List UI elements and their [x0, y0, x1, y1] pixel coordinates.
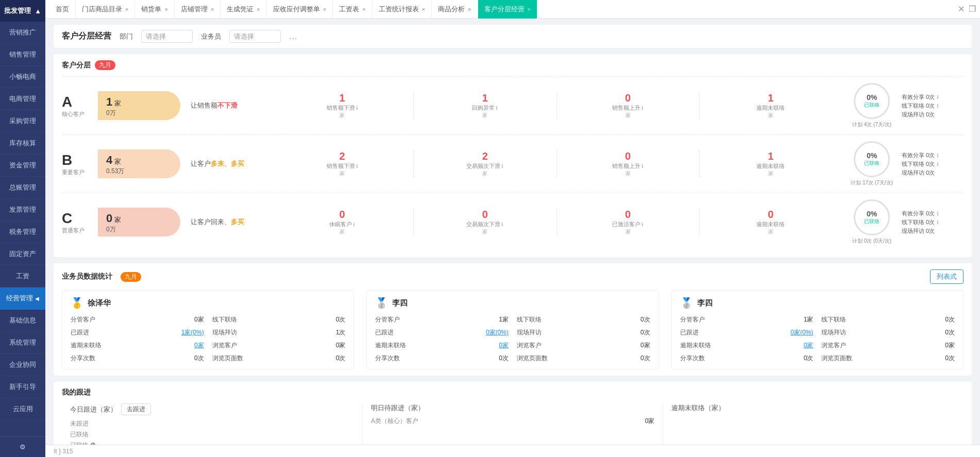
sidebar-item-inventory[interactable]: 库存核算 — [0, 132, 45, 155]
tab-store-catalog[interactable]: 门店商品目录 × — [76, 0, 135, 19]
sidebar-item-marketing[interactable]: 营销推广 — [0, 22, 45, 44]
tier-a-stat-1[interactable]: 1 回购异常ℹ 家 — [414, 92, 556, 119]
sidebar-item-ecommerce-small[interactable]: 小畅电商 — [0, 66, 45, 88]
customer-tier-month: 九月 — [95, 60, 115, 70]
biz-row-1-1: 线下联络 0次 — [517, 315, 650, 324]
follow-today-header: 今日跟进（家） 去跟进 — [70, 403, 354, 415]
medal-icon-1: 🥈 — [375, 297, 388, 309]
close-window-icon[interactable]: ✕ — [958, 4, 965, 14]
sidebar-item-ecommerce[interactable]: 电商管理 — [0, 88, 45, 110]
tab-customer-tier[interactable]: 客户分层经营 × — [478, 0, 537, 19]
biz-row-0-2: 已跟进 1家(0%) — [71, 328, 204, 337]
customer-tier-header: 客户分层 九月 — [62, 60, 964, 70]
biz-row-1-7: 浏览页面数 0次 — [517, 354, 650, 363]
biz-row-0-6: 分享次数 0次 — [71, 354, 204, 363]
list-view-button[interactable]: 列表式 — [930, 269, 964, 284]
tier-row-a: A 核心客户 1 家 0万 让销售额不下滑 1 — [62, 76, 964, 134]
tab-close-icon[interactable]: × — [468, 6, 471, 12]
follow-today-row-0: 未跟进 — [70, 419, 354, 428]
tier-c-stat-0[interactable]: 0 休眠客户ℹ 家 — [271, 209, 414, 235]
tier-c-stat-1[interactable]: 0 交易频次下滑ℹ 家 — [414, 209, 556, 235]
sidebar-item-finance[interactable]: 资金管理 — [0, 155, 45, 177]
tier-b-circle: 0% 已联络 计划 17次 (7天/次) — [846, 141, 898, 187]
sidebar-item-salary[interactable]: 工资 — [0, 265, 45, 287]
tier-a-stat-3[interactable]: 1 逾期未联络 家 — [700, 92, 842, 119]
tier-b-stat-0[interactable]: 2 销售额下滑ℹ 家 — [271, 150, 414, 177]
medal-icon-0: 🥇 — [71, 297, 83, 309]
biz-row-2-3: 现场拜访 0次 — [821, 328, 955, 337]
page-header: 客户分层经营 部门 请选择 业务员 请选择 ... — [54, 25, 972, 48]
tier-b-desc: 让客户多来、多买 — [191, 159, 263, 168]
sidebar-collapse-icon[interactable]: ▲ — [35, 7, 41, 15]
tier-a-stat-0[interactable]: 1 销售额下滑ℹ 家 — [271, 92, 414, 119]
tier-a-circle: 0% 已联络 计划 4次 (7天/次) — [846, 83, 898, 128]
tier-b-stats: 2 销售额下滑ℹ 家 2 交易频次下滑ℹ 家 0 销售额上升ℹ 家 — [271, 150, 842, 177]
tab-store-mgmt[interactable]: 店铺管理 × — [175, 0, 221, 19]
biz-card-1: 🥈 李四 分管客户 1家 线下联络 0次 已跟进 — [366, 290, 658, 369]
customer-tier-title: 客户分层 — [62, 61, 91, 70]
tab-product-analysis[interactable]: 商品分析 × — [432, 0, 478, 19]
tier-b-stat-1[interactable]: 2 交易频次下滑ℹ 家 — [414, 150, 556, 177]
biz-grid-1: 分管客户 1家 线下联络 0次 已跟进 0家(0%) 现场拜访 — [375, 315, 650, 363]
sidebar-item-purchase[interactable]: 采购管理 — [0, 110, 45, 132]
biz-row-2-6: 分享次数 0次 — [680, 354, 814, 363]
tier-b-stat-2[interactable]: 0 销售额上升ℹ 家 — [557, 150, 700, 177]
status-text: It } 315 — [54, 448, 73, 455]
tab-close-icon[interactable]: × — [164, 6, 167, 12]
tab-payroll[interactable]: 工资表 × — [333, 0, 372, 19]
tab-close-icon[interactable]: × — [422, 6, 425, 12]
sidebar-item-cloud[interactable]: 云应用 — [0, 398, 45, 420]
restore-window-icon[interactable]: ❐ — [969, 4, 976, 14]
sidebar-item-guide[interactable]: 新手引导 — [0, 376, 45, 398]
biz-card-0: 🥇 徐泽华 分管客户 0家 线下联络 0次 已跟进 — [62, 290, 354, 369]
sidebar-item-management[interactable]: 经营管理 ◀ — [0, 287, 45, 310]
tab-payroll-report[interactable]: 工资统计报表 × — [373, 0, 432, 19]
tier-c-circle: 0% 已联络 计划 0次 (0天/次) — [846, 199, 898, 245]
tier-c-count[interactable]: 0 家 0万 — [98, 208, 180, 236]
tab-adjust[interactable]: 应收应付调整单 × — [267, 0, 333, 19]
gear-icon: ⚙ — [20, 443, 26, 451]
goto-follow-button[interactable]: 去跟进 — [121, 403, 151, 415]
follow-tomorrow-header: 明日待跟进（家） — [371, 403, 655, 413]
sidebar-item-cooperation[interactable]: 企业协同 — [0, 354, 45, 376]
sidebar-item-ledger[interactable]: 总账管理 — [0, 177, 45, 199]
tier-a-desc: 让销售额不下滑 — [191, 101, 263, 110]
sidebar: 批发管理 ▲ 营销推广 销售管理 小畅电商 电商管理 采购管理 库存核算 资金管… — [0, 0, 45, 457]
customer-tier-section: 客户分层 九月 A 核心客户 1 家 0万 让销售额 — [54, 54, 972, 257]
tier-a-stat-2[interactable]: 0 销售额上升ℹ 家 — [557, 92, 700, 119]
biz-row-1-3: 现场拜访 0次 — [517, 328, 650, 337]
biz-row-2-4: 逾期未联络 0家 — [680, 341, 814, 350]
tab-close-icon[interactable]: × — [257, 6, 260, 12]
biz-stats-header: 业务员数据统计 九月 列表式 — [62, 269, 964, 284]
tier-c-stat-2[interactable]: 0 已激活客户ℹ 家 — [557, 209, 700, 235]
sidebar-item-assets[interactable]: 固定资产 — [0, 243, 45, 265]
biz-stats-section: 业务员数据统计 九月 列表式 🥇 徐泽华 分管客户 0家 — [54, 263, 972, 376]
tier-a-count[interactable]: 1 家 0万 — [98, 91, 180, 120]
sidebar-item-system[interactable]: 系统管理 — [0, 332, 45, 354]
tab-close-icon[interactable]: × — [323, 6, 326, 12]
tab-home[interactable]: 首页 — [49, 0, 76, 19]
sidebar-item-basic-info[interactable]: 基础信息 — [0, 310, 45, 332]
sidebar-header[interactable]: 批发管理 ▲ — [0, 0, 45, 22]
tab-close-icon[interactable]: × — [211, 6, 214, 12]
sidebar-gear[interactable]: ⚙ — [0, 436, 45, 457]
sidebar-item-invoice[interactable]: 发票管理 — [0, 199, 45, 221]
medal-icon-2: 🥈 — [680, 297, 693, 309]
tab-close-icon[interactable]: × — [125, 6, 128, 12]
dept-select[interactable]: 请选择 — [141, 30, 193, 43]
biz-row-1-4: 逾期未联络 0家 — [375, 341, 509, 350]
follow-today-row-1: 已联络 — [70, 430, 354, 439]
more-filters-icon[interactable]: ... — [289, 32, 297, 41]
tab-close-icon[interactable]: × — [362, 6, 365, 12]
staff-select[interactable]: 请选择 — [229, 30, 281, 43]
tier-c-stat-3[interactable]: 0 逾期未联络 家 — [700, 209, 842, 235]
tab-voucher[interactable]: 生成凭证 × — [221, 0, 266, 19]
sidebar-item-tax[interactable]: 税务管理 — [0, 221, 45, 243]
biz-name-2: 李四 — [697, 298, 713, 308]
tab-sales-order[interactable]: 销货单 × — [135, 0, 174, 19]
tier-b-stat-3[interactable]: 1 逾期未联络 家 — [700, 150, 842, 177]
tier-c-desc: 让客户回来、多买 — [191, 217, 263, 227]
sidebar-item-sales[interactable]: 销售管理 — [0, 44, 45, 66]
tier-b-count[interactable]: 4 家 0.53万 — [98, 149, 180, 178]
tab-close-icon[interactable]: × — [528, 6, 531, 12]
